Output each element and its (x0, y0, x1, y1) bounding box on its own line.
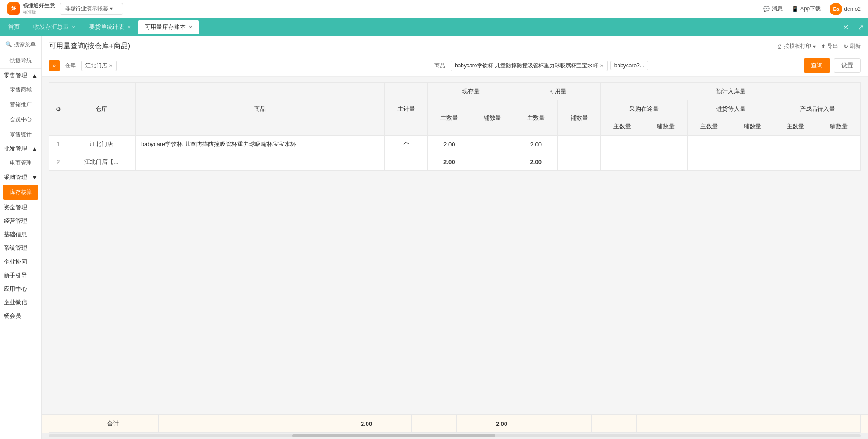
row1-inbound-main (687, 136, 731, 153)
sidebar-quick-nav[interactable]: 快捷导航 (0, 53, 41, 69)
print-button[interactable]: 🖨 按模板打印 ▾ (777, 42, 816, 50)
column-settings-gear[interactable]: ⚙ (49, 83, 67, 136)
column-inbound-aux-header: 辅数量 (731, 118, 774, 136)
horizontal-scrollbar[interactable] (42, 433, 868, 439)
chevron-icon: ▲ (32, 72, 38, 79)
sidebar-item-retail-mall[interactable]: 零售商城 (0, 82, 41, 97)
row2-current-aux (471, 153, 514, 171)
sidebar-item-finance[interactable]: 资金管理 (0, 201, 41, 214)
sidebar-item-member-center[interactable]: 会员中心 (0, 112, 41, 127)
product-more-button[interactable]: ··· (651, 61, 658, 71)
sidebar-item-wechat[interactable]: 企业微信 (0, 296, 41, 309)
filter-tags-product: babycare学饮杯 儿童防摔防撞吸管杯重力球吸嘴杯宝宝水杯 ✕ babyca… (451, 61, 798, 71)
row2-finished-main (774, 153, 817, 171)
industry-selector[interactable]: 母婴行业演示账套 ▾ (60, 3, 123, 15)
row2-warehouse: 江北门店【... (67, 153, 136, 171)
column-purchase-transit-group: 采购在途量 (601, 100, 688, 118)
footer-finished-main-total (771, 415, 816, 433)
close-all-tabs-button[interactable]: ✕ (840, 22, 851, 33)
row2-product (135, 153, 384, 171)
fullscreen-button[interactable]: ⤢ (855, 22, 866, 33)
sidebar-item-retail[interactable]: 零售管理 ▲ (0, 69, 41, 82)
logo-text-block: 畅捷通好生意 标准版 (23, 2, 55, 15)
sidebar-item-member[interactable]: 畅会员 (0, 309, 41, 323)
row1-purchase-aux (644, 136, 688, 153)
row1-available-aux (557, 136, 601, 153)
scroll-track (49, 434, 861, 437)
column-warehouse-header: 仓库 (67, 83, 136, 136)
tab-receive-summary[interactable]: 收发存汇总表 ✕ (27, 20, 82, 34)
message-button[interactable]: 💬 消息 (763, 5, 783, 13)
refresh-button[interactable]: ↻ 刷新 (844, 42, 861, 50)
row2-inbound-aux (731, 153, 774, 171)
column-purchase-main-header: 主数量 (601, 118, 644, 136)
tab-home[interactable]: 首页 (2, 20, 26, 34)
table-container: ⚙ 仓库 商品 主计量 现存量 (42, 77, 868, 414)
footer-available-main-total: 2.00 (457, 415, 547, 433)
column-current-stock-group: 现存量 (428, 83, 514, 100)
row2-available-aux (557, 153, 601, 171)
sidebar-item-app-center[interactable]: 应用中心 (0, 282, 41, 296)
top-bar-left: 好 畅捷通好生意 标准版 母婴行业演示账套 ▾ (7, 2, 123, 15)
row1-current-aux (471, 136, 514, 153)
footer-purchase-main-total (591, 415, 636, 433)
row1-warehouse: 江北门店 (67, 136, 136, 153)
column-main-unit-header: 主计量 (384, 83, 428, 136)
table-row: 2 江北门店【... 2.00 2.00 (49, 153, 861, 171)
filter-tags-warehouse: 江北门店 ✕ ··· (81, 61, 429, 71)
warehouse-tag-close[interactable]: ✕ (109, 63, 113, 68)
row2-unit (384, 153, 428, 171)
app-icon: 📱 (792, 6, 798, 12)
user-profile[interactable]: Ea demo2 (830, 3, 861, 15)
filter-toggle-button[interactable]: » (49, 60, 60, 71)
sidebar-item-wholesale[interactable]: 批发管理 ▲ (0, 142, 41, 156)
footer-total-label: 合计 (67, 415, 159, 433)
sidebar-item-retail-stats[interactable]: 零售统计 (0, 127, 41, 142)
column-available-main-header: 主数量 (514, 100, 557, 136)
query-button[interactable]: 查询 (804, 58, 830, 73)
table-footer: 合计 2.00 2.00 (42, 414, 868, 433)
scroll-thumb[interactable] (292, 434, 495, 437)
sidebar-item-purchase[interactable]: 采购管理 ▼ (0, 170, 41, 184)
print-dropdown-icon: ▾ (813, 43, 816, 50)
sidebar-search[interactable]: 🔍 搜索菜单 (0, 36, 41, 53)
print-icon: 🖨 (777, 43, 782, 50)
footer-purchase-aux-total (637, 415, 681, 433)
sidebar-item-marketing[interactable]: 营销推广 (0, 97, 41, 112)
column-finished-main-header: 主数量 (774, 118, 817, 136)
footer-spacer1 (49, 415, 67, 433)
sidebar-item-collab[interactable]: 企业协同 (0, 255, 41, 269)
column-forecast-inbound-group: 预计入库量 (601, 83, 861, 100)
sidebar-item-basic[interactable]: 基础信息 (0, 228, 41, 241)
sidebar-item-system[interactable]: 系统管理 (0, 241, 41, 255)
product-tag-2: babycare?... (610, 61, 648, 70)
app-download-button[interactable]: 📱 App下载 (792, 5, 821, 13)
industry-selector-text: 母婴行业演示账套 (65, 5, 108, 13)
product-tag-1: babycare学饮杯 儿童防摔防撞吸管杯重力球吸嘴杯宝宝水杯 ✕ (451, 61, 608, 71)
main-layout: 🔍 搜索菜单 快捷导航 零售管理 ▲ 零售商城 营销推广 会员中心 零售统计 批… (0, 36, 868, 439)
tab-available-stock[interactable]: 可用量库存账本 ✕ (138, 20, 199, 34)
column-available-group: 可用量 (514, 83, 601, 100)
sidebar-item-ecommerce[interactable]: 电商管理 (0, 156, 41, 170)
page-title: 可用量查询(按仓库+商品) (49, 42, 130, 51)
sidebar-item-operation[interactable]: 经营管理 (0, 214, 41, 228)
settings-button[interactable]: 设置 (834, 58, 861, 73)
tab-order-stats[interactable]: 要货单统计表 ✕ (83, 20, 137, 34)
filter-row: » 仓库 江北门店 ✕ ··· 商品 babycare学饮杯 儿童防摔防撞吸管杯… (42, 55, 868, 77)
tab-close-order[interactable]: ✕ (127, 24, 131, 30)
row1-num: 1 (49, 136, 67, 153)
column-current-main-header: 主数量 (428, 100, 471, 136)
product-tag-1-close[interactable]: ✕ (600, 63, 604, 68)
sidebar-item-stock[interactable]: 库存核算 (3, 185, 38, 200)
product-filter-label: 商品 (434, 62, 445, 70)
page-actions: 🖨 按模板打印 ▾ ⬆ 导出 ↻ 刷新 (777, 42, 861, 50)
row2-purchase-main (601, 153, 644, 171)
export-button[interactable]: ⬆ 导出 (821, 42, 838, 50)
tab-bar: 首页 收发存汇总表 ✕ 要货单统计表 ✕ 可用量库存账本 ✕ ✕ ⤢ (0, 18, 868, 36)
tab-close-receive[interactable]: ✕ (71, 24, 75, 30)
row2-purchase-aux (644, 153, 688, 171)
warehouse-more-button[interactable]: ··· (119, 61, 126, 71)
tab-close-available[interactable]: ✕ (189, 24, 193, 30)
content-area: 可用量查询(按仓库+商品) 🖨 按模板打印 ▾ ⬆ 导出 ↻ 刷新 » (42, 36, 868, 439)
sidebar-item-newbie[interactable]: 新手引导 (0, 269, 41, 282)
